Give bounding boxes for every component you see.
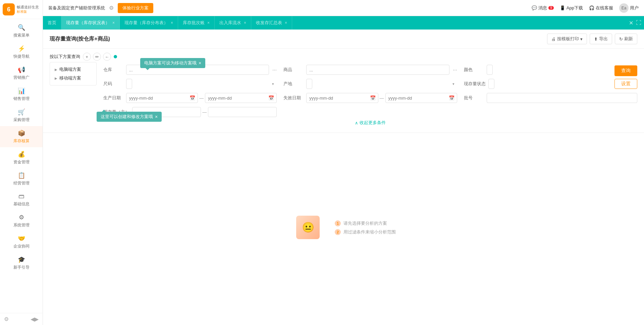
avatar: Ea: [619, 3, 629, 13]
edit-scheme-btn[interactable]: ✏: [93, 53, 101, 61]
stock-status-select[interactable]: [488, 79, 494, 89]
origin-select[interactable]: [306, 79, 312, 89]
sidebar-item-label: 企业协同: [13, 243, 30, 249]
add-scheme-btn[interactable]: +: [83, 53, 91, 61]
page-title: 现存量查询(按仓库+商品): [50, 36, 110, 43]
batch-label: 批号: [464, 95, 484, 101]
empty-face-icon: 😐: [302, 221, 314, 233]
template-print-btn[interactable]: 🖨 按模板打印 ▾: [547, 34, 587, 44]
export-btn[interactable]: ⬆ 导出: [590, 34, 612, 44]
produce-date-start-cal-icon[interactable]: 📅: [190, 95, 195, 101]
sidebar-item-newbie[interactable]: 🎓 新手引导: [0, 253, 43, 274]
expire-date-range: 📅 — 📅: [306, 93, 457, 103]
user-item[interactable]: Ea 用户: [619, 3, 639, 13]
filter-label: 按以下方案查询: [50, 54, 80, 60]
hint1-num: 1: [335, 220, 341, 226]
sidebar-item-label: 新手引导: [13, 265, 30, 270]
produce-date-start[interactable]: [126, 93, 198, 103]
chevron-up-icon: ∧: [355, 120, 358, 125]
sidebar-bottom: ⚙ ◀▶: [0, 313, 43, 325]
scheme-desktop[interactable]: ▶ 电脑端方案: [53, 65, 94, 74]
tab-close-all-icon[interactable]: ✕: [629, 20, 633, 26]
operations-icon: 📋: [18, 172, 25, 179]
tab-collect-summary[interactable]: 收发存汇总表 ×: [251, 16, 292, 30]
tab-expand-icon[interactable]: ⛶: [636, 20, 641, 26]
tab-batch-account[interactable]: 库存批次账 ×: [178, 16, 215, 30]
sidebar-item-base-info[interactable]: 🗃 基础信息: [0, 189, 43, 210]
sidebar-item-sales[interactable]: 📊 销售管理: [0, 84, 43, 105]
tab-inventory-dist[interactable]: 现存量（库存分布表） ×: [120, 16, 178, 30]
tab-inventory-status-close[interactable]: ×: [112, 20, 115, 25]
expire-date-end[interactable]: [385, 93, 457, 103]
produce-date-range: 📅 — 📅: [126, 93, 277, 103]
filter-row-batch: 批号: [464, 93, 637, 103]
support-icon: 🎧: [589, 5, 594, 10]
filter-actions: + ✏ ←: [83, 53, 111, 61]
color-label: 颜色: [464, 67, 484, 73]
tab-collect-summary-label: 收发存汇总表: [256, 20, 282, 26]
expire-date-start[interactable]: [306, 93, 378, 103]
tab-inventory-status[interactable]: 现存量（库存状况表） ×: [61, 16, 120, 30]
arrow-left-btn[interactable]: ←: [103, 53, 111, 61]
tab-inventory-dist-close[interactable]: ×: [171, 20, 173, 25]
produce-date-end[interactable]: [205, 93, 277, 103]
system-title: 装备及固定资产辅助管理系统: [48, 5, 105, 11]
tab-home[interactable]: 首页: [43, 16, 61, 30]
date-range-sep: —: [199, 96, 204, 101]
color-select[interactable]: [487, 65, 493, 75]
stock-main-sep: —: [202, 110, 207, 115]
filter-grid: 仓库 ⋯ 商品 ⋯ 颜色: [103, 65, 637, 117]
gear-icon[interactable]: ⚙: [109, 5, 114, 11]
produce-date-end-cal-icon[interactable]: 📅: [268, 95, 274, 101]
search-menu-icon: 🔍: [18, 24, 25, 31]
empty-text-area: 1 请先选择要分析的方案 2 用过滤条件来缩小分析范围: [335, 220, 396, 238]
trial-button[interactable]: 体验行业方案: [118, 3, 153, 13]
size-select[interactable]: [126, 79, 132, 89]
sidebar-item-enterprise[interactable]: 🤝 企业协同: [0, 231, 43, 253]
message-item[interactable]: 💬 消息 9: [532, 5, 554, 11]
origin-label: 产地: [283, 81, 304, 87]
scheme-mobile-label: 移动端方案: [59, 75, 81, 81]
expire-date-end-cal-icon[interactable]: 📅: [449, 95, 454, 101]
filter-row-origin: 产地: [283, 79, 457, 89]
scheme-area: ▶ 电脑端方案 ▶ 移动端方案: [50, 62, 97, 86]
online-support-item[interactable]: 🎧 在线客服: [589, 5, 613, 11]
sidebar-item-operations[interactable]: 📋 经营管理: [0, 168, 43, 189]
collapse-sidebar-icon[interactable]: ◀▶: [31, 316, 39, 322]
sidebar-item-system[interactable]: ⚙ 系统管理: [0, 210, 43, 231]
tab-batch-account-close[interactable]: ×: [207, 20, 210, 25]
tooltip1-text: 电脑方案可设为移动方案哦: [144, 60, 197, 66]
quick-nav-icon: ⚡: [18, 45, 25, 52]
settings-bottom-icon[interactable]: ⚙: [4, 316, 9, 322]
tab-collect-summary-close[interactable]: ×: [285, 20, 287, 25]
tab-batch-account-label: 库存批次账: [183, 20, 205, 26]
mobile-arrow-icon: ▶: [55, 76, 57, 80]
tooltip2-close[interactable]: ×: [155, 114, 158, 119]
sidebar-item-inventory[interactable]: 📦 库存核算: [0, 126, 43, 147]
sidebar-item-marketing[interactable]: 📢 营销推广: [0, 63, 43, 84]
goods-more-icon: ⋯: [453, 67, 457, 72]
setting-btn[interactable]: 设置: [614, 79, 637, 89]
goods-input[interactable]: [306, 65, 449, 75]
connector-dot: [114, 55, 117, 58]
chevron-down-icon: ▾: [580, 37, 583, 42]
expire-date-start-cal-icon[interactable]: 📅: [370, 95, 376, 101]
query-btn[interactable]: 查询: [614, 65, 637, 76]
batch-input[interactable]: [487, 93, 637, 103]
sidebar-item-quick-nav[interactable]: ⚡ 快捷导航: [0, 42, 43, 63]
sidebar-item-finance[interactable]: 💰 资金管理: [0, 147, 43, 168]
expire-date-range-sep: —: [380, 96, 384, 101]
tooltip1-close[interactable]: ×: [199, 60, 201, 66]
collapse-filter-btn[interactable]: ∧ 收起更多条件: [103, 117, 637, 128]
refresh-btn[interactable]: ↻ 刷新: [615, 34, 637, 44]
tab-in-out-flow-close[interactable]: ×: [244, 20, 246, 25]
scheme-mobile[interactable]: ▶ 移动端方案: [53, 74, 94, 83]
tab-in-out-flow[interactable]: 出入库流水 ×: [215, 16, 251, 30]
stock-main-end[interactable]: [208, 107, 277, 117]
top-header-right: 💬 消息 9 📱 App下载 🎧 在线客服 Ea 用户: [532, 3, 639, 13]
sidebar-item-search-menu[interactable]: 🔍 搜索菜单: [0, 20, 43, 42]
hint2-num: 2: [335, 229, 341, 235]
sidebar-item-purchase[interactable]: 🛒 采购管理: [0, 105, 43, 126]
empty-state: 😐 1 请先选择要分析的方案 2 用过滤条件来缩小分析范围: [43, 133, 644, 325]
app-download-item[interactable]: 📱 App下载: [560, 5, 583, 11]
